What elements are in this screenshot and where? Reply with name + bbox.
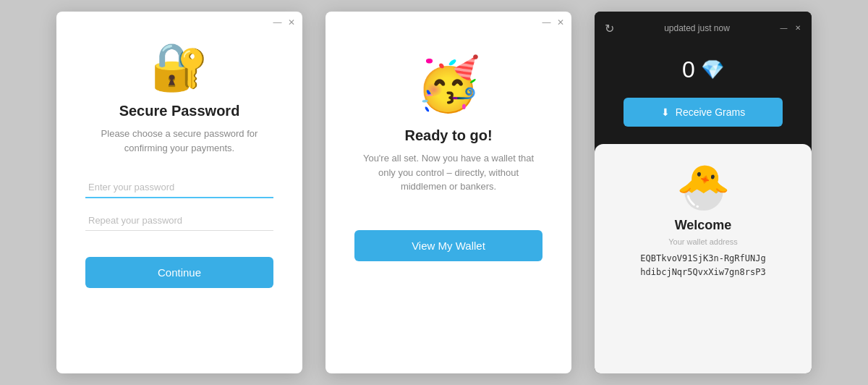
wallet-body: 🐣 Welcome Your wallet address EQBTkvoV91… — [595, 144, 812, 373]
repeat-password-input[interactable] — [85, 210, 273, 231]
wallet-header: 0 💎 ⬇ Receive Grams — [595, 43, 812, 144]
updated-text: updated just now — [614, 23, 780, 33]
receive-label: Receive Grams — [676, 106, 745, 118]
lock-icon: 🔐 — [150, 43, 208, 90]
window1-content: 🔐 Secure Password Please choose a secure… — [56, 29, 302, 310]
view-wallet-button[interactable]: View My Wallet — [354, 230, 542, 261]
wallet-address-line1: EQBTkvoV91SjK3n-RgRfUNJg — [640, 253, 765, 263]
minimize-button-1[interactable]: — — [273, 19, 281, 27]
close-button-3[interactable]: ✕ — [793, 25, 801, 33]
party-icon: 🥳 — [416, 58, 481, 110]
wallet-inner: 0 💎 ⬇ Receive Grams 🐣 Welcome Your walle… — [595, 43, 812, 373]
window1-description: Please choose a secure password for conf… — [85, 127, 273, 155]
wallet-address: EQBTkvoV91SjK3n-RgRfUNJg hdibcjNqr5QvxXi… — [640, 252, 765, 279]
minimize-button-3[interactable]: — — [780, 25, 788, 33]
secure-password-window: — ✕ 🔐 Secure Password Please choose a se… — [56, 12, 302, 373]
window2-title: Ready to go! — [404, 127, 492, 144]
password-field-group — [85, 177, 273, 198]
titlebar-3: ↻ updated just now — ✕ — [595, 12, 812, 43]
repeat-password-field-group — [85, 210, 273, 231]
window2-description: You're all set. Now you have a wallet th… — [354, 151, 542, 194]
balance-amount: 0 — [682, 56, 695, 83]
receive-icon: ⬇ — [661, 106, 670, 118]
close-button-2[interactable]: ✕ — [556, 19, 564, 27]
continue-button[interactable]: Continue — [85, 257, 273, 288]
chick-icon: 🐣 — [676, 166, 731, 209]
diamond-icon: 💎 — [701, 59, 724, 81]
wallet-address-label: Your wallet address — [668, 237, 738, 246]
wallet-address-line2: hdibcjNqr5QvxXiw7gn8rsP3 — [640, 267, 765, 277]
welcome-title: Welcome — [675, 218, 732, 233]
titlebar-2: — ✕ — [326, 12, 571, 29]
window1-title: Secure Password — [119, 103, 240, 119]
ready-to-go-window: — ✕ 🥳 Ready to go! You're all set. Now y… — [326, 12, 571, 373]
titlebar-1: — ✕ — [56, 12, 302, 29]
minimize-button-2[interactable]: — — [542, 19, 550, 27]
titlebar-dark-actions: — ✕ — [780, 25, 801, 33]
receive-grams-button[interactable]: ⬇ Receive Grams — [624, 98, 783, 127]
close-button-1[interactable]: ✕ — [287, 19, 295, 27]
refresh-icon[interactable]: ↻ — [605, 22, 614, 35]
wallet-window: ↻ updated just now — ✕ 0 💎 ⬇ Receive Gra… — [595, 12, 812, 373]
password-input[interactable] — [85, 177, 273, 198]
balance-display: 0 💎 — [682, 56, 724, 83]
window2-content: 🥳 Ready to go! You're all set. Now you h… — [326, 29, 571, 283]
